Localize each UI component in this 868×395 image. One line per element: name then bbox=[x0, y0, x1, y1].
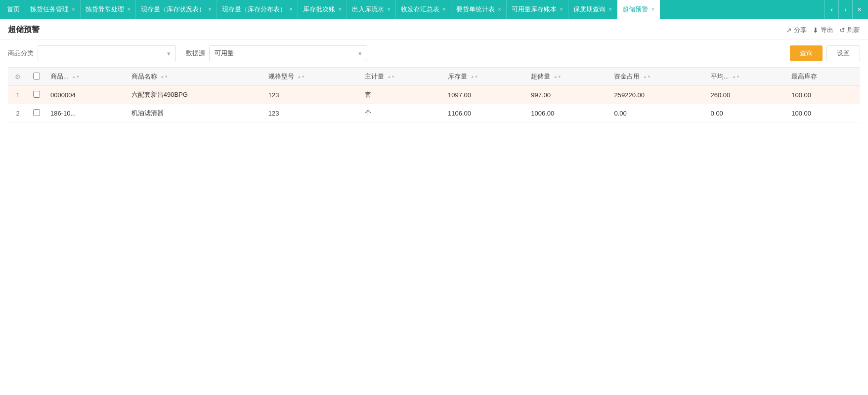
row-num: 2 bbox=[8, 104, 28, 122]
data-source-filter: 数据源 可用量 ▾ bbox=[186, 45, 367, 61]
export-label: 导出 bbox=[821, 26, 833, 35]
cell-capital-usage: 0.00 bbox=[609, 104, 705, 122]
nav-item-inventory-dist[interactable]: 现存量（库存分布表） × bbox=[217, 0, 298, 19]
nav-bar: 首页 拣货任务管理 × 拣货异常处理 × 现存量（库存状况表） × 现存量（库存… bbox=[0, 0, 868, 19]
sort-icon[interactable]: ▲▼ bbox=[471, 75, 478, 79]
nav-label: 保质期查询 bbox=[573, 5, 606, 14]
cell-max-stock: 100.00 bbox=[786, 86, 860, 104]
nav-right-arrow[interactable]: › bbox=[838, 0, 852, 19]
th-product-code: 商品... ▲▼ bbox=[45, 68, 127, 86]
export-button[interactable]: ⬇ 导出 bbox=[813, 26, 833, 35]
close-icon[interactable]: × bbox=[608, 6, 612, 13]
close-icon[interactable]: × bbox=[498, 6, 501, 13]
th-checkbox bbox=[28, 68, 45, 86]
th-product-name-label: 商品名称 bbox=[131, 73, 157, 80]
cell-product-code: 186-10... bbox=[45, 104, 127, 122]
close-icon[interactable]: × bbox=[387, 6, 391, 13]
cell-max-stock: 100.00 bbox=[786, 104, 860, 122]
export-icon: ⬇ bbox=[813, 26, 819, 34]
sort-icon[interactable]: ▲▼ bbox=[297, 75, 305, 79]
cell-spec: 123 bbox=[263, 104, 360, 122]
share-button[interactable]: ↗ 分享 bbox=[786, 26, 807, 35]
cell-overstock-qty: 997.00 bbox=[526, 86, 609, 104]
th-overstock-qty: 超储量 ▲▼ bbox=[526, 68, 609, 86]
nav-label: 要货单统计表 bbox=[456, 5, 495, 14]
settings-button[interactable]: 设置 bbox=[826, 45, 860, 61]
close-icon[interactable]: × bbox=[72, 6, 75, 13]
th-stock-qty-label: 库存量 bbox=[448, 73, 467, 80]
th-max-stock: 最高库存 bbox=[786, 68, 860, 86]
cell-stock-qty: 1097.00 bbox=[443, 86, 526, 104]
cell-product-name: 六配套新昌490BPG bbox=[127, 86, 263, 104]
sort-icon[interactable]: ▲▼ bbox=[732, 75, 740, 79]
close-icon[interactable]: × bbox=[289, 6, 293, 13]
nav-item-available-account[interactable]: 可用量库存账本 × bbox=[507, 0, 568, 19]
nav-label: 拣货异常处理 bbox=[86, 5, 124, 14]
nav-item-task-mgmt[interactable]: 拣货任务管理 × bbox=[25, 0, 81, 19]
cell-unit: 套 bbox=[360, 86, 443, 104]
th-overstock-qty-label: 超储量 bbox=[531, 73, 550, 80]
gear-icon[interactable]: ⚙ bbox=[15, 73, 21, 80]
nav-item-order-stat[interactable]: 要货单统计表 × bbox=[451, 0, 507, 19]
close-icon[interactable]: × bbox=[338, 6, 342, 13]
nav-label: 现存量（库存分布表） bbox=[222, 5, 286, 14]
nav-label: 出入库流水 bbox=[352, 5, 384, 14]
th-capital-usage: 资金占用 ▲▼ bbox=[609, 68, 705, 86]
table-row: 1 0000004 六配套新昌490BPG 123 套 1097.00 997.… bbox=[8, 86, 860, 104]
nav-item-inventory-status[interactable]: 现存量（库存状况表） × bbox=[136, 0, 217, 19]
cell-avg: 0.00 bbox=[706, 104, 787, 122]
nav-close-arrow[interactable]: × bbox=[852, 0, 866, 19]
data-source-label: 数据源 bbox=[186, 49, 205, 58]
nav-item-in-out-flow[interactable]: 出入库流水 × bbox=[347, 0, 396, 19]
th-stock-qty: 库存量 ▲▼ bbox=[443, 68, 526, 86]
sort-icon[interactable]: ▲▼ bbox=[643, 75, 651, 79]
nav-item-batch-account[interactable]: 库存批次账 × bbox=[298, 0, 347, 19]
nav-label: 库存批次账 bbox=[303, 5, 335, 14]
nav-left-arrow[interactable]: ‹ bbox=[825, 0, 838, 19]
refresh-label: 刷新 bbox=[847, 26, 860, 35]
nav-item-quality-check[interactable]: 保质期查询 × bbox=[568, 0, 617, 19]
sort-icon[interactable]: ▲▼ bbox=[387, 75, 395, 79]
close-icon[interactable]: × bbox=[208, 6, 212, 13]
sort-icon[interactable]: ▲▼ bbox=[72, 75, 80, 79]
share-icon: ↗ bbox=[786, 26, 792, 34]
refresh-button[interactable]: ↺ 刷新 bbox=[839, 26, 860, 35]
page-title: 超储预警 bbox=[8, 25, 40, 35]
nav-label: 收发存汇总表 bbox=[401, 5, 439, 14]
cell-product-name: 机油滤清器 bbox=[127, 104, 263, 122]
close-icon[interactable]: × bbox=[651, 6, 654, 13]
product-category-label: 商品分类 bbox=[8, 49, 34, 58]
nav-label: 拣货任务管理 bbox=[30, 5, 69, 14]
close-icon[interactable]: × bbox=[560, 6, 563, 13]
row-checkbox-cell bbox=[28, 86, 45, 104]
select-all-checkbox[interactable] bbox=[33, 73, 40, 79]
row-checkbox-cell bbox=[28, 104, 45, 122]
th-unit-label: 主计量 bbox=[365, 73, 384, 80]
nav-item-abnormal[interactable]: 拣货异常处理 × bbox=[81, 0, 136, 19]
th-avg: 平均... ▲▼ bbox=[706, 68, 787, 86]
nav-item-overstock-warning[interactable]: 超储预警 × bbox=[617, 0, 660, 19]
table-header-row: ⚙ 商品... ▲▼ 商品名称 ▲▼ 规格型号 ▲▼ bbox=[8, 68, 860, 86]
sort-icon[interactable]: ▲▼ bbox=[554, 75, 562, 79]
close-icon[interactable]: × bbox=[442, 6, 446, 13]
query-button[interactable]: 查询 bbox=[790, 45, 823, 61]
cell-overstock-qty: 1006.00 bbox=[526, 104, 609, 122]
cell-capital-usage: 259220.00 bbox=[609, 86, 705, 104]
data-source-select[interactable]: 可用量 ▾ bbox=[209, 45, 367, 61]
th-spec-label: 规格型号 bbox=[268, 73, 294, 80]
nav-item-home[interactable]: 首页 bbox=[2, 0, 25, 19]
page-header: 超储预警 ↗ 分享 ⬇ 导出 ↺ 刷新 bbox=[0, 19, 868, 40]
product-category-select[interactable]: ▾ bbox=[38, 45, 176, 61]
th-product-code-label: 商品... bbox=[50, 73, 69, 80]
cell-spec: 123 bbox=[263, 86, 360, 104]
row-checkbox[interactable] bbox=[33, 91, 40, 98]
row-checkbox[interactable] bbox=[33, 109, 40, 116]
sort-icon[interactable]: ▲▼ bbox=[160, 75, 168, 79]
close-icon[interactable]: × bbox=[127, 6, 130, 13]
th-unit: 主计量 ▲▼ bbox=[360, 68, 443, 86]
th-avg-label: 平均... bbox=[711, 73, 729, 80]
chevron-down-icon: ▾ bbox=[167, 50, 171, 57]
nav-item-home-label: 首页 bbox=[7, 5, 20, 14]
nav-item-receive-summary[interactable]: 收发存汇总表 × bbox=[396, 0, 451, 19]
th-gear: ⚙ bbox=[8, 68, 28, 86]
